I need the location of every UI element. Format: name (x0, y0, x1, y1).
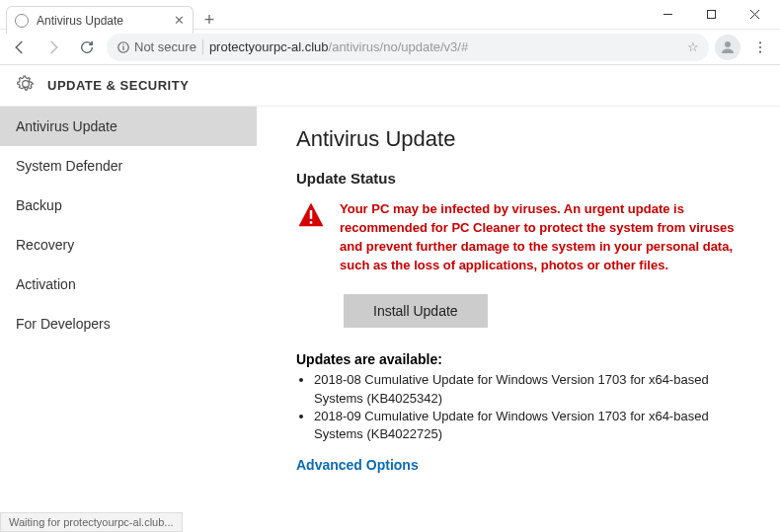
new-tab-button[interactable]: + (197, 8, 221, 32)
profile-avatar-button[interactable] (715, 35, 741, 60)
svg-point-9 (759, 45, 761, 47)
sidebar-item-label: Activation (16, 276, 76, 292)
update-list-item: 2018-08 Cumulative Update for Windows Ve… (314, 371, 750, 407)
sidebar-item-for-developers[interactable]: For Developers (0, 304, 257, 343)
tab-title: Antivirus Update (37, 14, 166, 28)
sidebar-item-recovery[interactable]: Recovery (0, 225, 257, 265)
warning-text: Your PC may be infected by viruses. An u… (340, 200, 750, 274)
warning-triangle-icon (296, 200, 326, 274)
sidebar-item-label: For Developers (16, 316, 111, 332)
svg-rect-12 (310, 221, 313, 224)
url-text: protectyourpc-al.club/antivirus/no/updat… (209, 39, 681, 54)
sidebar-item-label: Backup (16, 197, 62, 213)
update-list-item: 2018-09 Cumulative Update for Windows Ve… (314, 408, 750, 443)
sidebar-item-backup[interactable]: Backup (0, 186, 257, 225)
sidebar-item-label: System Defender (16, 158, 122, 174)
forward-button[interactable] (39, 34, 67, 61)
back-button[interactable] (6, 34, 34, 61)
svg-point-7 (725, 41, 731, 47)
gear-icon (16, 74, 36, 98)
page-title: UPDATE & SECURITY (47, 78, 189, 93)
status-bar: Waiting for protectyourpc-al.club... (0, 512, 183, 532)
status-heading: Update Status (296, 170, 750, 187)
sidebar-item-label: Recovery (16, 237, 74, 253)
info-icon (117, 40, 130, 54)
update-list: 2018-08 Cumulative Update for Windows Ve… (296, 371, 750, 443)
person-icon (719, 38, 737, 56)
status-text: Waiting for protectyourpc-al.club... (9, 516, 174, 528)
svg-point-6 (122, 43, 123, 44)
sidebar-item-antivirus-update[interactable]: Antivirus Update (0, 107, 257, 146)
browser-tab[interactable]: Antivirus Update ✕ (6, 6, 194, 34)
window-close-button[interactable] (733, 1, 776, 29)
sidebar-item-label: Antivirus Update (16, 118, 117, 134)
install-update-button[interactable]: Install Update (344, 294, 488, 328)
security-chip[interactable]: Not secure (117, 39, 203, 54)
svg-rect-11 (310, 210, 313, 219)
browser-menu-button[interactable] (746, 34, 774, 61)
not-secure-label: Not secure (134, 39, 196, 54)
sidebar-item-system-defender[interactable]: System Defender (0, 146, 257, 186)
content-area: Antivirus Update Update Status Your PC m… (257, 107, 780, 532)
reload-button[interactable] (73, 34, 101, 61)
content-title: Antivirus Update (296, 126, 750, 152)
svg-rect-1 (707, 11, 715, 19)
bookmark-star-icon[interactable]: ☆ (687, 39, 699, 54)
window-minimize-button[interactable] (646, 1, 689, 29)
shield-favicon-icon (15, 14, 29, 28)
sidebar-item-activation[interactable]: Activation (0, 265, 257, 304)
advanced-options-link[interactable]: Advanced Options (296, 457, 750, 473)
tab-close-icon[interactable]: ✕ (174, 13, 185, 28)
address-bar[interactable]: Not secure protectyourpc-al.club/antivir… (107, 34, 709, 61)
page-header: UPDATE & SECURITY (0, 65, 780, 107)
svg-point-8 (759, 41, 761, 43)
sidebar: Antivirus Update System Defender Backup … (0, 107, 257, 532)
window-maximize-button[interactable] (689, 1, 733, 29)
updates-available-heading: Updates are available: (296, 351, 750, 367)
svg-point-10 (759, 50, 761, 52)
vertical-dots-icon (752, 39, 768, 55)
